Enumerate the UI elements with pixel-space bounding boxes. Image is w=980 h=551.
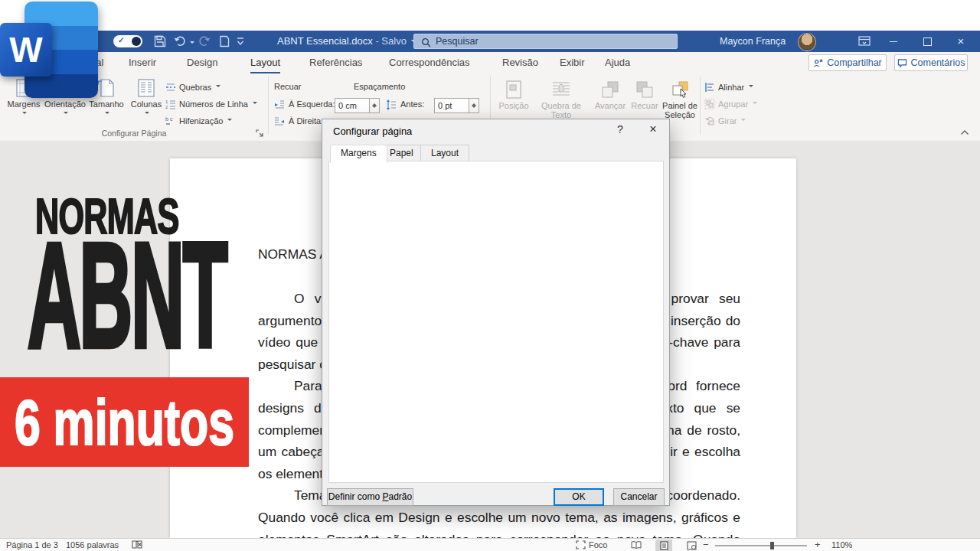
search-icon	[421, 37, 431, 47]
focus-icon[interactable]	[576, 540, 586, 551]
comments-button[interactable]: Comentários	[894, 54, 968, 71]
hyphenation-button[interactable]: bc Hifenização	[165, 113, 232, 129]
text-wrap-button: Quebra de Texto	[533, 77, 590, 124]
web-layout-icon[interactable]	[683, 540, 700, 551]
svg-text:1: 1	[165, 99, 168, 104]
position-icon	[504, 80, 524, 99]
zoom-slider-track[interactable]	[715, 545, 807, 546]
minimize-button[interactable]	[882, 31, 905, 52]
page-indicator[interactable]: Página 1 de 3	[6, 539, 58, 551]
qat-customize-icon[interactable]	[236, 37, 250, 51]
redo-icon	[198, 34, 211, 48]
bring-forward-icon	[600, 80, 620, 99]
spacing-before-input[interactable]: 0 pt	[434, 98, 469, 113]
indent-left-input[interactable]: 0 cm	[335, 98, 370, 113]
zoom-out-button[interactable]: −	[703, 539, 709, 551]
focus-label[interactable]: Foco	[589, 539, 607, 551]
ok-button[interactable]: OK	[554, 488, 604, 506]
spacing-before-label: Antes:	[400, 99, 424, 109]
svg-text:b: b	[165, 116, 168, 122]
cancel-button[interactable]: Cancelar	[613, 488, 665, 506]
spacing-group-label: Espaçamento	[354, 82, 405, 91]
word-logo-icon: W	[0, 23, 52, 77]
tab-exibir[interactable]: Exibir	[560, 52, 585, 72]
group-label-configurar-pagina: Configurar Página	[69, 129, 199, 138]
indent-left-spinner[interactable]	[370, 98, 380, 113]
hyphenation-icon: bc	[165, 116, 176, 126]
share-icon	[813, 58, 823, 68]
align-icon	[704, 82, 715, 93]
rotate-button: Girar	[704, 113, 746, 129]
size-icon	[96, 78, 116, 98]
undo-icon[interactable]	[173, 34, 187, 48]
tab-ajuda[interactable]: Ajuda	[605, 52, 630, 72]
touch-mode-icon[interactable]	[217, 34, 231, 48]
dialog-panel	[328, 161, 664, 483]
word-window: ✓ ABNT Essencial.docx - Salvo Pesquisar	[0, 0, 980, 551]
comment-icon	[897, 58, 907, 68]
avatar[interactable]	[798, 33, 816, 51]
indent-left-icon	[274, 99, 285, 110]
share-button[interactable]: Compartilhar	[808, 54, 887, 71]
document-title[interactable]: ABNT Essencial.docx - Salvo	[277, 31, 416, 52]
spacing-before-icon	[386, 99, 397, 110]
toggle-knob	[132, 37, 141, 46]
status-bar: Página 1 de 3 1056 palavras Foco − + 110…	[0, 538, 980, 551]
read-mode-icon[interactable]	[628, 540, 645, 551]
overlay-duration-badge: 6 minutos	[0, 377, 249, 467]
word-count[interactable]: 1056 palavras	[66, 539, 119, 551]
breaks-button[interactable]: Quebras	[165, 80, 220, 95]
dialog-launcher-icon[interactable]	[256, 129, 263, 137]
search-input[interactable]: Pesquisar	[413, 34, 678, 49]
line-numbers-icon: 12	[165, 99, 176, 109]
position-button: Posição	[496, 77, 531, 124]
tab-design[interactable]: Design	[187, 52, 217, 72]
indent-right-label: À Direita:	[289, 116, 323, 126]
proofing-icon[interactable]	[132, 540, 142, 551]
svg-text:2: 2	[165, 105, 168, 109]
columns-button[interactable]: Colunas	[127, 77, 165, 124]
rotate-icon	[704, 116, 715, 126]
check-icon: ✓	[118, 36, 124, 44]
tab-correspondencias[interactable]: Correspondências	[389, 52, 470, 72]
close-button[interactable]: ×	[949, 31, 972, 52]
dialog-close-button[interactable]: ×	[640, 119, 666, 139]
tab-inserir[interactable]: Inserir	[129, 52, 156, 72]
columns-icon	[136, 78, 156, 98]
selection-pane-icon	[670, 80, 690, 99]
line-numbers-button[interactable]: 12 Números de Linha	[165, 96, 257, 112]
dialog-title: Configurar página	[333, 126, 412, 137]
dialog-tab-margens[interactable]: Margens	[330, 145, 387, 163]
send-backward-button: Recuar	[629, 77, 660, 124]
indent-group-label: Recuar	[274, 82, 301, 91]
undo-caret-icon[interactable]	[190, 41, 194, 46]
save-icon[interactable]	[153, 34, 167, 48]
collapse-ribbon-icon[interactable]	[960, 129, 969, 135]
zoom-level[interactable]: 110%	[831, 539, 852, 551]
print-layout-icon[interactable]	[655, 540, 672, 551]
tab-revisao[interactable]: Revisão	[502, 52, 538, 72]
send-backward-icon	[635, 80, 655, 99]
tab-referencias[interactable]: Referências	[309, 52, 362, 72]
group-icon	[704, 99, 715, 109]
align-button[interactable]: Alinhar	[704, 80, 753, 95]
zoom-slider-thumb[interactable]	[770, 542, 774, 549]
user-name[interactable]: Maycon França	[720, 31, 786, 52]
spacing-before-spinner[interactable]	[469, 98, 479, 113]
ribbon-display-options-icon[interactable]	[858, 34, 871, 48]
indent-right-icon	[274, 116, 285, 127]
zoom-in-button[interactable]: +	[815, 539, 821, 551]
page-setup-dialog: Configurar página ? × Margens Papel Layo…	[322, 119, 670, 506]
autosave-toggle[interactable]: ✓	[113, 35, 142, 47]
overlay-title-main: ABNT	[28, 220, 227, 370]
restore-button[interactable]	[916, 31, 939, 52]
tab-layout[interactable]: Layout	[250, 52, 280, 73]
ribbon-tab-row: Página Inicial Inserir Design Layout Ref…	[0, 52, 980, 74]
selection-pane-button[interactable]: Painel de Seleção	[662, 77, 698, 124]
title-bar: ✓ ABNT Essencial.docx - Salvo Pesquisar	[0, 31, 980, 52]
breaks-icon	[165, 82, 176, 93]
set-default-button[interactable]: Definir como Padrão	[327, 488, 413, 506]
dialog-tab-layout[interactable]: Layout	[420, 145, 469, 161]
dialog-help-button[interactable]: ?	[607, 119, 633, 139]
indent-left-label: À Esquerda:	[289, 99, 335, 109]
